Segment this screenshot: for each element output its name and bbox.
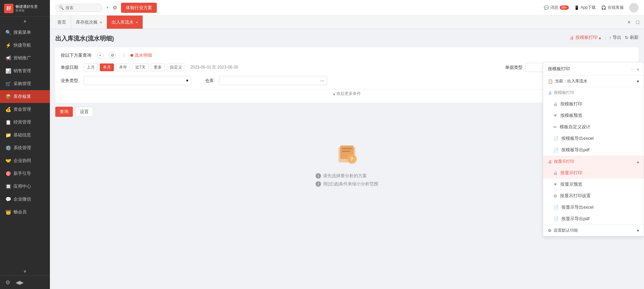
business-type-select[interactable]: ▾ [84,76,192,85]
dropdown-current-label: 当前：出入库流水 [555,78,587,84]
sidebar-item-label: 资金管理 [13,106,31,112]
sidebar-item-cooperation[interactable]: 🤝 企业协同 [0,154,50,167]
sidebar-item-label: 畅会员 [13,209,27,215]
template-excel-icon: 📄 [553,136,559,141]
warehouse-select[interactable]: ··· [219,76,327,85]
template-export-excel-label: 按模板导出excel [561,135,593,141]
date-shortcuts: 上月 本月 本年 近7天 更多 自定义 [84,63,185,71]
dropdown-template-section-label: 按模板打印 [554,90,574,96]
system-icon: ⚙️ [5,145,11,151]
sidebar-item-member[interactable]: 👑 畅会员 [0,206,50,218]
online-service-item[interactable]: 🎧 在线客服 [601,5,624,10]
tab-maximize-button[interactable]: □ [634,19,641,26]
topbar-search-dropdown-icon[interactable]: ▾ [107,5,109,10]
topbar-gear-icon[interactable]: ⚙ [113,5,117,11]
date-more-btn[interactable]: 更多 [151,63,165,71]
template-custom-icon: ✏ [553,125,557,130]
date-7days-btn[interactable]: 近7天 [132,63,149,71]
dropdown-title: 按模板打印 [548,66,570,72]
app-download-label: App下载 [581,5,596,10]
export-btn[interactable]: ↑ 导出 [609,34,622,41]
sidebar-item-search[interactable]: 🔍 搜索菜单 [0,26,50,39]
sidebar-item-inventory[interactable]: 📦 库存核算 [0,90,50,103]
dropdown-display-header[interactable]: 🖨 按显示打印 ▴ [543,156,644,167]
dropdown-item-template-export-pdf[interactable]: 📄 按模板导出pdf [543,144,644,156]
display-excel-icon: 📄 [553,205,559,210]
search-icon: 🔍 [5,30,11,35]
finance-icon: 💰 [5,107,11,112]
sidebar-item-app-center[interactable]: 🔲 应用中心 [0,180,50,193]
sidebar-collapse-icon[interactable]: ◀▶ [16,279,24,286]
tab-batch-close-icon[interactable]: × [100,20,102,24]
search-input[interactable] [65,5,99,10]
query-button[interactable]: 查询 [55,107,73,117]
sidebar-item-basic[interactable]: 📁 基础信息 [0,129,50,141]
dropdown-item-display-print[interactable]: 🖨 按显示打印 [543,167,644,179]
date-last-month-btn[interactable]: 上月 [84,63,98,71]
sidebar-item-sales[interactable]: 📊 销售管理 [0,64,50,77]
filter-add-button[interactable]: + [97,52,104,59]
dropdown-current-header[interactable]: 📋 当前：出入库流水 ▾ [543,76,644,87]
dropdown-item-display-export-excel[interactable]: 📄 按显示导出excel [543,202,644,213]
date-this-month-btn[interactable]: 本月 [100,63,114,71]
sidebar-item-system[interactable]: ⚙️ 系统管理 [0,141,50,154]
sidebar-item-purchase[interactable]: 🛒 采购管理 [0,77,50,90]
dropdown-item-template-export-excel[interactable]: 📄 按模板导出excel [543,133,644,144]
tab-close-all-button[interactable]: × [625,19,633,26]
date-this-year-btn[interactable]: 本年 [116,63,130,71]
dropdown-current-section: 📋 当前：出入库流水 ▾ [543,76,644,87]
empty-tip-2: 2 用[过滤]条件来缩小分析范围 [316,181,378,187]
user-avatar[interactable] [629,3,639,12]
sidebar-item-guide[interactable]: 🎯 新手引导 [0,167,50,180]
tab-flow[interactable]: 出入库流水 × [107,16,143,29]
filter-settings-button[interactable]: ⚙ [109,52,116,59]
dropdown-item-template-print[interactable]: 🖨 按模板打印 [543,98,644,110]
sidebar-item-label: 系统管理 [13,145,31,151]
dropdown-default-label: 设置默认功能 [554,228,578,233]
empty-icon: ? [333,140,360,167]
sidebar-item-operations[interactable]: 📋 经营管理 [0,116,50,129]
template-print-btn[interactable]: 🖨 按模板打印 ▴ [570,34,601,41]
topbar-search-icon: 🔍 [59,5,64,10]
dropdown-item-display-settings[interactable]: ⚙ 按显示打印设置 [543,190,644,202]
sidebar-footer: ⚙ ◀▶ [0,275,50,289]
filter-active-tag[interactable]: 流水明细 [130,52,152,58]
date-custom-btn[interactable]: 自定义 [167,63,185,71]
current-section-arrow-icon: ▾ [637,79,639,84]
sidebar-nav: 🔍 搜索菜单 ⚡ 快捷导航 📢 营销推广 📊 销售管理 🛒 采购管理 📦 库存核… [0,25,50,268]
sidebar-item-finance[interactable]: 💰 资金管理 [0,103,50,116]
tab-flow-close-icon[interactable]: × [136,20,138,24]
topbar-search-box[interactable]: 🔍 [55,4,103,12]
dropdown-default-section[interactable]: ⚙ 设置默认功能 ▾ [543,225,644,236]
tab-batch-account[interactable]: 库存批次账 × [71,16,107,29]
message-item[interactable]: 💬 消息 99+ [544,5,569,10]
sidebar-item-marketing[interactable]: 📢 营销推广 [0,52,50,64]
tab-home[interactable]: 首页 [53,16,71,29]
inventory-icon: 📦 [5,94,11,99]
refresh-btn[interactable]: ↻ 刷新 [625,34,639,41]
settings-button[interactable]: 设置 [76,107,93,117]
sidebar-item-quick-nav[interactable]: ⚡ 快捷导航 [0,39,50,52]
tab-batch-label: 库存批次账 [76,19,98,25]
template-print-arrow-icon: ▴ [599,35,601,40]
industry-solution-button[interactable]: 体验行业方案 [121,3,157,13]
dropdown-item-display-preview[interactable]: 👁 按显示预览 [543,179,644,190]
app-download-item[interactable]: 📱 App下载 [574,5,596,10]
date-range-display: 2023-06-01 至 2023-06-30 [191,64,238,70]
filter-collapse-arrow-icon[interactable]: 《 [121,53,125,58]
dropdown-template-header[interactable]: 🖨 按模板打印 [543,87,644,98]
dropdown-item-template-custom[interactable]: ✏ 模板自定义设计 [543,121,644,133]
dropdown-collapse-icon[interactable]: ▴ [637,67,639,71]
tip-text-1: 请先选择要分析的方案 [323,173,367,179]
sidebar-scroll-down[interactable]: ▼ [0,268,50,275]
display-pdf-icon: 📄 [553,216,559,221]
template-print-item-label: 按模板打印 [560,101,582,107]
sidebar-footer-settings-icon[interactable]: ⚙ [5,279,10,286]
dropdown-item-display-export-pdf[interactable]: 📄 按显示导出pdf [543,213,644,225]
dropdown-item-template-preview[interactable]: 👁 按模板预览 [543,110,644,121]
sidebar-scroll-up[interactable]: ▲ [0,17,50,25]
warehouse-ellipsis-icon: ··· [320,78,324,83]
sidebar-item-wechat[interactable]: 💬 企业微信 [0,193,50,206]
dropdown-ellipsis-icon[interactable]: ··· [631,67,634,71]
online-service-label: 在线客服 [608,5,624,10]
